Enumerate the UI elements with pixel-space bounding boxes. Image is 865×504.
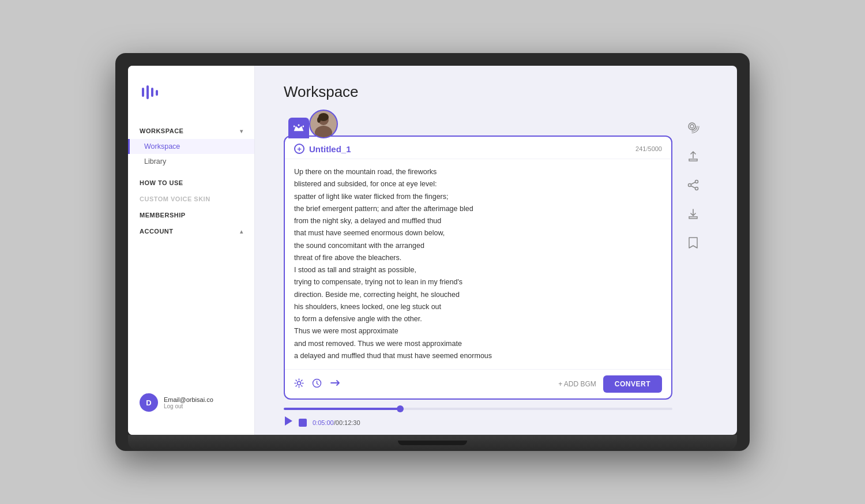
account-nav-section: ACCOUNT ▴ <box>128 223 254 245</box>
convert-button[interactable]: CONVERT <box>603 375 662 393</box>
user-avatar: D <box>140 393 158 412</box>
editor-text-area[interactable]: Up there on the mountain road, the firew… <box>285 159 671 369</box>
editor-text[interactable]: Up there on the mountain road, the firew… <box>294 166 662 362</box>
svg-rect-1 <box>146 85 149 99</box>
main-content: Workspace <box>255 66 737 435</box>
workspace-chevron-icon: ▾ <box>240 128 243 134</box>
editor-title-area[interactable]: + Untitled_1 <box>294 144 351 154</box>
svg-point-11 <box>317 117 321 123</box>
editor-action-area: + ADD BGM CONVERT <box>558 375 662 393</box>
progress-bar[interactable] <box>284 408 672 410</box>
svg-point-4 <box>294 126 295 127</box>
stop-button[interactable] <box>299 419 307 427</box>
download-tool-icon[interactable] <box>684 205 702 223</box>
sidebar-item-workspace[interactable]: Workspace <box>128 139 254 154</box>
play-button[interactable] <box>284 416 293 429</box>
add-bgm-button[interactable]: + ADD BGM <box>558 380 596 388</box>
svg-point-12 <box>298 381 301 385</box>
right-tools-panel <box>672 112 702 429</box>
voice-tool-icon[interactable] <box>684 118 702 137</box>
bookmark-tool-icon[interactable] <box>684 234 702 252</box>
workspace-nav-section: WORKSPACE ▾ Workspace Library <box>128 123 254 175</box>
user-email: Email@orbisai.co <box>164 396 213 403</box>
svg-point-18 <box>695 187 698 190</box>
arrow-icon[interactable] <box>330 379 341 389</box>
char-count: 241/5000 <box>635 145 662 152</box>
settings-icon[interactable] <box>294 378 304 390</box>
svg-rect-3 <box>156 90 158 96</box>
user-info: Email@orbisai.co Log out <box>164 396 213 409</box>
sidebar-item-membership[interactable]: MEMBERSHIP <box>128 207 254 223</box>
svg-point-5 <box>298 125 300 126</box>
progress-thumb[interactable] <box>397 405 404 412</box>
page-title: Workspace <box>284 83 702 101</box>
share-tool-icon[interactable] <box>684 176 702 194</box>
add-title-icon[interactable]: + <box>294 144 304 154</box>
app-logo <box>140 83 243 106</box>
time-display: 0:05:00/00:12:30 <box>313 419 360 426</box>
progress-fill <box>284 408 400 410</box>
sidebar: WORKSPACE ▾ Workspace Library HOW TO USE… <box>128 66 255 435</box>
editor-bottom-bar: + ADD BGM CONVERT <box>285 369 671 398</box>
user-profile-area: D Email@orbisai.co Log out <box>128 382 254 423</box>
account-chevron-icon: ▴ <box>240 228 243 235</box>
workspace-nav-header[interactable]: WORKSPACE ▾ <box>128 123 254 139</box>
player-section: 0:05:00/00:12:30 <box>284 408 672 429</box>
voice-avatar-group <box>288 110 338 138</box>
svg-rect-0 <box>142 88 144 97</box>
editor-tool-icons <box>294 378 341 390</box>
logo-area <box>128 77 254 123</box>
svg-point-6 <box>303 126 304 127</box>
user-avatar-img <box>309 110 338 138</box>
svg-point-15 <box>690 125 694 128</box>
upload-tool-icon[interactable] <box>684 147 702 166</box>
logout-link[interactable]: Log out <box>164 403 213 409</box>
editor-top-bar: + Untitled_1 241/5000 <box>285 137 671 159</box>
sidebar-item-custom-voice-skin: CUSTOM VOICE SKIN <box>128 191 254 207</box>
crown-badge <box>288 118 309 138</box>
svg-point-17 <box>689 184 691 187</box>
svg-rect-2 <box>151 88 153 97</box>
clock-icon[interactable] <box>312 378 322 390</box>
workspace-area: + Untitled_1 241/5000 Up there on the mo… <box>284 112 702 429</box>
svg-point-16 <box>695 180 698 183</box>
sidebar-item-library[interactable]: Library <box>128 154 254 169</box>
card-avatar-area <box>284 112 672 136</box>
account-nav-header[interactable]: ACCOUNT ▴ <box>128 223 254 239</box>
editor-title[interactable]: Untitled_1 <box>309 144 351 154</box>
sidebar-item-how-to-use[interactable]: HOW TO USE <box>128 175 254 191</box>
player-controls: 0:05:00/00:12:30 <box>284 416 672 429</box>
editor-card: + Untitled_1 241/5000 Up there on the mo… <box>284 136 672 400</box>
